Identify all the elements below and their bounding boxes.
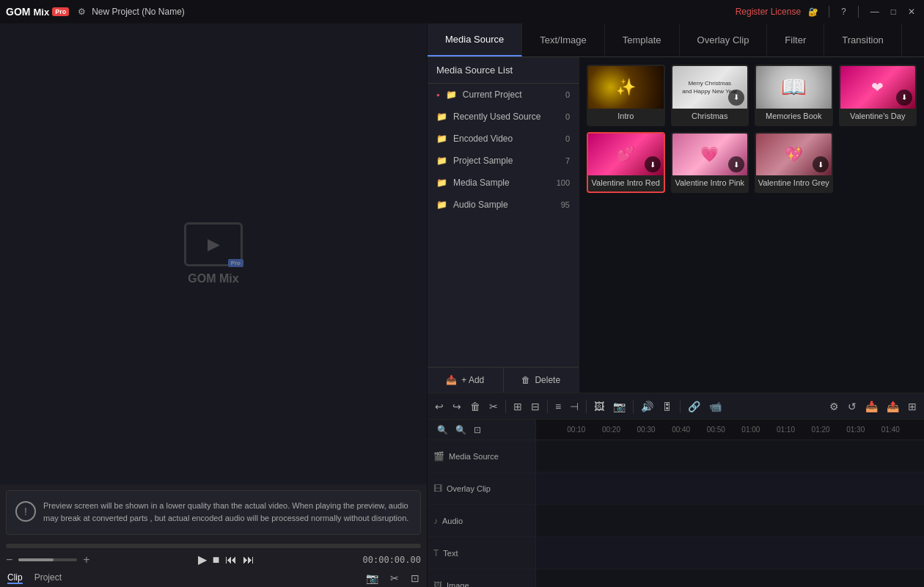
template-card-val-red[interactable]: 💕 ⬇ Valentine Intro Red	[587, 132, 665, 194]
source-item-recently-used[interactable]: 📁 Recently Used Source 0	[428, 106, 579, 128]
audio-settings-button[interactable]: 🎛	[659, 399, 675, 414]
book-icon: 📖	[781, 75, 807, 99]
download-icon[interactable]: ⬇	[813, 156, 829, 172]
track-row-image[interactable]	[536, 569, 924, 587]
redo-button[interactable]: ↪	[450, 399, 464, 414]
toolbar-divider	[547, 400, 548, 413]
template-card-christmas[interactable]: Merry Christmasand Happy New Year ⬇ Chri…	[671, 65, 749, 126]
add-button[interactable]: 📥 + Add	[428, 368, 504, 393]
download-icon[interactable]: ⬇	[728, 90, 744, 106]
volume-button[interactable]: 🔊	[638, 399, 656, 414]
timeline-ruler[interactable]: 00:10 00:20 00:30 00:40 00:50 01:00 01:1…	[536, 420, 924, 440]
timeline-track-labels: 🔍 🔍 ⊡ 🎬 Media Source 🎞 Overlay Clip	[428, 420, 536, 587]
ruler-tick: 01:00	[741, 426, 760, 434]
track-label-text: T Text	[428, 537, 535, 569]
stop-button[interactable]: ■	[213, 553, 220, 566]
track-label-media-source: 🎬 Media Source	[428, 440, 535, 473]
download-icon[interactable]: ⬇	[728, 156, 744, 172]
zoom-out-button[interactable]: 🔍	[435, 424, 450, 436]
tab-template[interactable]: Template	[605, 23, 680, 56]
zoom-in-button[interactable]: 🔍	[453, 424, 469, 436]
download-icon[interactable]: ⬇	[645, 156, 661, 172]
trim-icon[interactable]: ✂	[390, 572, 399, 584]
template-card-val-pink[interactable]: 💗 ⬇ Valentine Intro Pink	[671, 132, 749, 194]
undo-button[interactable]: ↩	[432, 399, 447, 414]
template-card-val-grey[interactable]: 💖 ⬇ Valentine Intro Grey	[755, 132, 833, 194]
download-icon[interactable]: ⬇	[896, 90, 912, 106]
timeline-tracks	[536, 440, 924, 587]
project-tab[interactable]: Project	[34, 572, 62, 584]
template-card-valentines-day[interactable]: ❤ ⬇ Valentine's Day	[839, 65, 917, 126]
heart-icon: 💗	[700, 145, 719, 163]
clip-tab[interactable]: Clip	[7, 572, 23, 584]
warning-icon: !	[15, 501, 36, 522]
render-button[interactable]: ↺	[845, 399, 859, 414]
divider	[829, 6, 829, 18]
crop-icon[interactable]: ⊡	[411, 572, 419, 584]
source-item-audio-sample[interactable]: 📁 Audio Sample 95	[428, 194, 579, 216]
heart-icon: 💕	[617, 145, 635, 163]
source-item-media-sample[interactable]: 📁 Media Sample 100	[428, 172, 579, 194]
clip-project-tabs: Clip Project 📷 ✂ ⊡	[0, 569, 427, 587]
source-item-project-sample[interactable]: 📁 Project Sample 7	[428, 150, 579, 172]
image-insert-button[interactable]: 🖼	[591, 399, 607, 414]
volume-slider[interactable]	[18, 558, 77, 561]
template-label: Intro	[588, 109, 664, 125]
expand-button[interactable]: ⊞	[905, 399, 920, 414]
folder-icon: 📁	[436, 112, 447, 122]
volume-increase-icon[interactable]: +	[83, 553, 89, 566]
camera-button[interactable]: 📹	[706, 399, 725, 414]
link-button[interactable]: 🔗	[685, 399, 703, 414]
source-item-current-project[interactable]: ● 📁 Current Project 0	[428, 84, 579, 106]
ungroup-button[interactable]: ⊟	[528, 399, 543, 414]
fit-button[interactable]: ⊡	[472, 424, 483, 436]
help-icon[interactable]: ?	[838, 7, 849, 17]
import-button[interactable]: 📥	[862, 399, 881, 414]
track-row-audio[interactable]	[536, 505, 924, 537]
snapshot-icon[interactable]: 📷	[366, 572, 378, 584]
template-card-intro[interactable]: ✨ Intro	[587, 65, 665, 126]
tab-filter[interactable]: Filter	[767, 23, 824, 56]
trim-button[interactable]: ⊣	[567, 399, 582, 414]
tab-transition[interactable]: Transition	[824, 23, 902, 56]
progress-bar[interactable]	[6, 544, 421, 548]
export-button[interactable]: 📤	[884, 399, 902, 414]
track-row-media-source[interactable]	[536, 440, 924, 473]
delete-clip-button[interactable]: 🗑	[467, 399, 483, 414]
volume-decrease-icon[interactable]: −	[6, 553, 12, 566]
split-button[interactable]: ✂	[486, 399, 501, 414]
track-row-overlay-clip[interactable]	[536, 473, 924, 505]
register-license-link[interactable]: Register License	[736, 7, 801, 17]
text-track-icon: T	[433, 548, 439, 558]
heart-icon: 💖	[785, 145, 803, 163]
add-icon: 📥	[446, 375, 457, 385]
folder-icon: 📁	[436, 134, 447, 144]
play-button[interactable]: ▶	[198, 553, 207, 566]
track-label-text: Text	[443, 549, 458, 558]
step-forward-button[interactable]: ⏭	[243, 553, 254, 566]
delete-button[interactable]: 🗑 Delete	[504, 368, 579, 393]
template-grid-area: ✨ Intro Merry Christmasand Happy New Yea…	[579, 57, 924, 393]
tab-media-source[interactable]: Media Source	[428, 23, 522, 56]
align-button[interactable]: ≡	[552, 399, 564, 414]
delete-label: Delete	[535, 375, 560, 385]
template-card-memories-book[interactable]: 📖 Memories Book	[755, 65, 833, 126]
close-button[interactable]: ✕	[905, 7, 918, 17]
tab-text-image[interactable]: Text/Image	[522, 23, 605, 56]
image-append-button[interactable]: 📷	[610, 399, 628, 414]
source-item-encoded-video[interactable]: 📁 Encoded Video 0	[428, 128, 579, 150]
group-button[interactable]: ⊞	[510, 399, 525, 414]
step-back-button[interactable]: ⏮	[225, 553, 237, 566]
template-label: Christmas	[672, 109, 748, 125]
timeline-settings-button[interactable]: ⚙	[826, 399, 842, 414]
overlay-clip-track-icon: 🎞	[433, 484, 442, 494]
source-item-label: Current Project	[463, 90, 560, 100]
volume-fill	[18, 558, 54, 561]
minimize-button[interactable]: —	[868, 7, 882, 17]
settings-icon[interactable]: ⚙	[78, 7, 86, 17]
template-thumb-valentines: ❤ ⬇	[840, 66, 916, 109]
warning-box: ! Preview screen will be shown in a lowe…	[6, 490, 421, 535]
track-row-text[interactable]	[536, 537, 924, 569]
tab-overlay-clip[interactable]: Overlay Clip	[680, 23, 768, 56]
maximize-button[interactable]: □	[888, 7, 899, 17]
